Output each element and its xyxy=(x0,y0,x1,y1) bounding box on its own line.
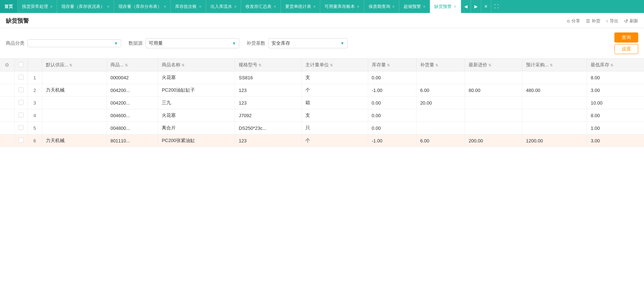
tab-inout[interactable]: 出入库流水 × xyxy=(206,0,241,13)
table-row[interactable]: 3 004200... 三九 123 箱 0.00 20.00 10.00 xyxy=(0,97,644,109)
row-checkbox-4[interactable] xyxy=(18,125,23,130)
td-settings-1 xyxy=(0,84,14,97)
th-est-purchase-sort-icon[interactable]: ⇅ xyxy=(550,63,553,67)
td-latest-price-3 xyxy=(465,109,522,122)
th-replenish-label: 补货量 xyxy=(420,62,434,68)
td-stock-5: -1.00 xyxy=(368,134,416,147)
refresh-label: 刷新 xyxy=(630,18,638,24)
filter-category-arrow: ▼ xyxy=(114,41,118,45)
td-min-stock-1: 3.00 xyxy=(587,84,644,97)
td-supplier-5: 力天机械 xyxy=(42,134,106,147)
tab-collect-close[interactable]: × xyxy=(274,4,276,9)
tab-shortage[interactable]: 缺货预警 × xyxy=(430,0,461,13)
td-product-code-3: 004600... xyxy=(106,109,158,122)
tab-available[interactable]: 可用量库存账本 × xyxy=(320,0,364,13)
tab-overstock[interactable]: 超储预警 × xyxy=(399,0,430,13)
th-stock-label: 库存量 xyxy=(372,62,386,68)
th-min-stock-sort-icon[interactable]: ⇅ xyxy=(610,63,613,67)
tab-inout-close[interactable]: × xyxy=(234,4,236,9)
filter-replenish-base-arrow: ▼ xyxy=(340,41,344,45)
td-latest-price-1: 80.00 xyxy=(465,84,522,97)
table-wrapper: ⚙ 默认供应... ⇅ 商品... xyxy=(0,59,644,147)
th-unit-label: 主计量单位 xyxy=(305,62,329,68)
tab-exception[interactable]: 拣货异常处理 × xyxy=(18,0,57,13)
td-product-code-2: 004200... xyxy=(106,97,158,109)
td-settings-3 xyxy=(0,109,14,122)
th-product-name-sort-icon[interactable]: ⇅ xyxy=(182,63,184,67)
tab-order-stat[interactable]: 要货单统计表 × xyxy=(281,0,320,13)
th-stock-sort-icon[interactable]: ⇅ xyxy=(387,63,390,67)
tab-inventory-dist-close[interactable]: × xyxy=(164,4,166,9)
td-supplier-1: 力天机械 xyxy=(42,84,106,97)
tab-available-label: 可用量库存账本 xyxy=(325,4,355,10)
tab-expiry-close[interactable]: × xyxy=(392,4,395,9)
tab-available-close[interactable]: × xyxy=(357,4,359,9)
th-unit-sort-icon[interactable]: ⇅ xyxy=(330,63,333,67)
tab-expiry[interactable]: 保质期查询 × xyxy=(364,0,399,13)
th-supplier: 默认供应... ⇅ xyxy=(42,59,106,71)
tab-inventory-dist[interactable]: 现存量（库存分布表） × xyxy=(114,0,171,13)
share-icon: ⎋ xyxy=(567,18,570,24)
share-action[interactable]: ⎋ 分享 xyxy=(567,18,580,24)
td-supplier-4 xyxy=(42,122,106,134)
table-row[interactable]: 5 004800... 离合片 DS250*23c... 只 0.00 1.00 xyxy=(0,122,644,134)
td-min-stock-5: 3.00 xyxy=(587,134,644,147)
table-row[interactable]: 4 004600... 火花塞 J7092 支 0.00 8.00 xyxy=(0,109,644,122)
td-checkbox-2 xyxy=(14,97,27,109)
tab-expiry-label: 保质期查询 xyxy=(369,4,390,10)
tab-order-stat-close[interactable]: × xyxy=(313,4,316,9)
row-checkbox-2[interactable] xyxy=(18,100,23,105)
replenish-action[interactable]: ☰ 补货 xyxy=(586,18,600,24)
tab-overstock-close[interactable]: × xyxy=(423,4,425,9)
th-latest-price-sort-icon[interactable]: ⇅ xyxy=(488,63,491,67)
td-product-code-0: 0000042 xyxy=(106,71,158,84)
tab-close-btn[interactable]: ✕ xyxy=(481,0,491,13)
th-product-code-sort-icon[interactable]: ⇅ xyxy=(125,63,128,67)
tab-batch[interactable]: 库存批次账 × xyxy=(171,0,206,13)
table-row[interactable]: 1 0000042 火花塞 SS816 支 0.00 8.00 xyxy=(0,71,644,84)
tab-batch-close[interactable]: × xyxy=(199,4,201,9)
page-container: 缺货预警 ⎋ 分享 ☰ 补货 ↑ 导出 ↺ 刷新 商品分类 xyxy=(0,13,644,287)
settings-button[interactable]: 设置 xyxy=(614,44,638,54)
row-checkbox-1[interactable] xyxy=(18,87,23,92)
td-spec-4: DS250*23c... xyxy=(235,122,302,134)
tab-inventory-status-close[interactable]: × xyxy=(107,4,109,9)
tab-next-btn[interactable]: ▶ xyxy=(471,0,481,13)
export-action[interactable]: ↑ 导出 xyxy=(606,18,619,24)
filter-group-category: 商品分类 ▼ xyxy=(6,39,121,47)
filter-datasource-select[interactable]: 可用量 ▼ xyxy=(145,38,239,48)
filter-replenish-base-label: 补货基数 xyxy=(247,40,265,47)
filter-replenish-base-select[interactable]: 安全库存 ▼ xyxy=(268,38,348,48)
td-spec-3: J7092 xyxy=(235,109,302,122)
td-index-4: 5 xyxy=(27,122,42,134)
tab-prev-btn[interactable]: ◀ xyxy=(461,0,471,13)
row-checkbox-3[interactable] xyxy=(18,112,23,118)
refresh-action[interactable]: ↺ 刷新 xyxy=(624,18,638,24)
tab-shortage-close[interactable]: × xyxy=(454,4,456,9)
td-checkbox-0 xyxy=(14,71,27,84)
th-spec-sort-icon[interactable]: ⇅ xyxy=(258,63,261,67)
td-checkbox-1 xyxy=(14,84,27,97)
column-settings-icon[interactable]: ⚙ xyxy=(5,62,9,68)
tab-inventory-status[interactable]: 现存量（库存状况表） × xyxy=(57,0,114,13)
th-supplier-sort-icon[interactable]: ⇅ xyxy=(69,63,72,67)
select-all-checkbox[interactable] xyxy=(18,62,23,67)
tab-inventory-dist-label: 现存量（库存分布表） xyxy=(118,4,162,10)
td-checkbox-5 xyxy=(14,134,27,147)
tab-expand-btn[interactable]: ⛶ xyxy=(491,0,501,13)
row-checkbox-0[interactable] xyxy=(18,75,23,80)
table-row[interactable]: 2 力天机械 004200... PC200油缸缸子 123 个 -1.00 6… xyxy=(0,84,644,97)
tab-collect[interactable]: 收发存汇总表 × xyxy=(241,0,280,13)
tab-exception-close[interactable]: × xyxy=(50,4,52,9)
th-replenish-sort-icon[interactable]: ⇅ xyxy=(435,63,438,67)
table-row[interactable]: 6 力天机械 801110... PC200张紧油缸 123 个 -1.00 6… xyxy=(0,134,644,147)
td-product-code-4: 004800... xyxy=(106,122,158,134)
td-unit-5: 个 xyxy=(302,134,368,147)
query-button[interactable]: 查询 xyxy=(614,32,638,43)
td-replenish-3 xyxy=(416,109,465,122)
row-checkbox-5[interactable] xyxy=(18,138,23,143)
td-replenish-0 xyxy=(416,71,465,84)
filter-category-select[interactable]: ▼ xyxy=(27,39,121,47)
tab-home[interactable]: 首页 xyxy=(0,0,18,13)
th-product-name: 商品名称 ⇅ xyxy=(158,59,235,71)
